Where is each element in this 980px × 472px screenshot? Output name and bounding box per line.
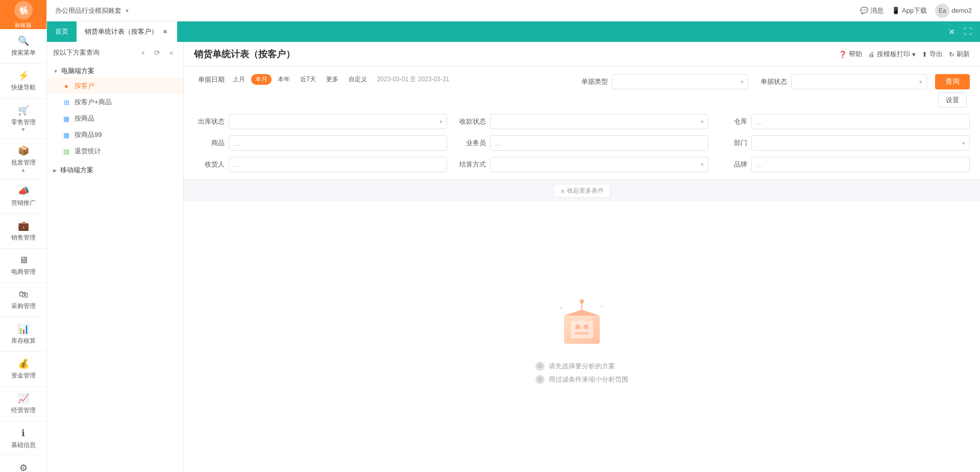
payment-chevron: ▾: [701, 119, 704, 125]
sidebar-item-search[interactable]: 🔍 搜索菜单: [0, 29, 46, 64]
collapse-scheme-btn[interactable]: «: [166, 47, 177, 58]
scheme-item-by-customer-product[interactable]: ⊞ 按客户+商品: [47, 94, 183, 110]
consignee-select[interactable]: …: [229, 157, 447, 172]
warehouse-label: 仓库: [717, 117, 747, 126]
add-scheme-btn[interactable]: +: [137, 47, 149, 58]
mobile-scheme-group: ▶ 移动端方案: [47, 161, 183, 179]
tab-close-btn[interactable]: ✕: [161, 28, 169, 36]
sidebar-item-system[interactable]: ⚙ 系统管理: [0, 456, 46, 472]
header-dropdown[interactable]: ▾: [126, 7, 129, 14]
sidebar-item-search-label: 搜索菜单: [11, 49, 36, 57]
user-info[interactable]: Ea demo2: [935, 4, 972, 18]
user-avatar: Ea: [935, 4, 949, 18]
sidebar-item-quick-nav[interactable]: ⚡ 快捷导航: [0, 64, 46, 99]
tab-home[interactable]: 首页: [47, 21, 77, 42]
brand-value: …: [756, 160, 763, 169]
logo-icon: 畅: [13, 0, 34, 20]
by-customer-product-icon: ⊞: [61, 97, 71, 107]
filter-area: 单据日期 上月 本月 本年 近7天 更多 自定义 2023-03-01 至 20…: [184, 67, 980, 180]
sidebar-item-sales[interactable]: 💼 销售管理: [0, 214, 46, 249]
right-panel: 销货单统计表（按客户） ❓ 帮助 🖨 按模板打印 ▾ ⬆ 导出: [184, 42, 980, 472]
payment-label: 收款状态: [455, 117, 486, 126]
help-btn[interactable]: ❓ 帮助: [839, 50, 862, 59]
date-tab-more[interactable]: 更多: [322, 74, 342, 85]
print-icon: 🖨: [868, 51, 875, 58]
refresh-scheme-btn[interactable]: ⟳: [152, 47, 163, 58]
sidebar-item-finance-label: 资金管理: [11, 371, 36, 380]
scheme-item-by-product99[interactable]: ▦ 按商品99: [47, 127, 183, 143]
salesperson-label: 业务员: [455, 138, 486, 148]
sidebar-item-sales-label: 销售管理: [11, 233, 36, 242]
by-product99-label: 按商品99: [75, 130, 102, 139]
payment-select[interactable]: ▾: [490, 114, 708, 129]
wholesale-icon: 📦: [18, 145, 29, 156]
top-header: 办公用品行业模拟账套 ▾ 💬 消息 📱 App下载 Ea demo2: [47, 0, 980, 21]
collapse-label: 收起更多条件: [567, 186, 604, 195]
consignee-value: …: [233, 160, 240, 169]
order-status-select[interactable]: ▾: [791, 74, 927, 89]
export-label: 导出: [929, 50, 943, 59]
app-download-label: App下载: [902, 6, 927, 15]
brand-select[interactable]: …: [751, 157, 970, 172]
date-tab-last7[interactable]: 近7天: [296, 74, 320, 85]
svg-text:✦: ✦: [600, 303, 604, 309]
settlement-select[interactable]: ▾: [490, 157, 708, 172]
sidebar-item-finance[interactable]: 💰 资金管理: [0, 352, 46, 387]
collapse-bar: ∧ 收起更多条件: [184, 180, 980, 202]
department-select[interactable]: ▾: [751, 135, 970, 151]
tab-sales-stats[interactable]: 销货单统计表（按客户） ✕: [77, 21, 177, 42]
main-content: 办公用品行业模拟账套 ▾ 💬 消息 📱 App下载 Ea demo2 首页: [47, 0, 980, 472]
pc-scheme-group-header[interactable]: ▼ 电脑端方案: [47, 64, 183, 78]
sidebar-item-retail[interactable]: 🛒 零售管理 ▼: [0, 99, 46, 139]
mobile-group-arrow: ▶: [53, 168, 57, 173]
order-type-label: 单据类型: [577, 77, 608, 86]
sidebar-item-ecommerce[interactable]: 🖥 电商管理: [0, 249, 46, 283]
refresh-btn[interactable]: ↻ 刷新: [949, 50, 970, 59]
date-tab-this-month[interactable]: 本月: [251, 74, 272, 85]
message-label: 消息: [870, 6, 884, 15]
svg-marker-3: [564, 310, 600, 316]
export-btn[interactable]: ⬆ 导出: [922, 50, 943, 59]
wholesale-arrow: ▲: [21, 167, 26, 173]
collapse-conditions-btn[interactable]: ∧ 收起更多条件: [554, 184, 610, 198]
empty-tip-1: ① 请先选择要分析的方案: [535, 362, 628, 371]
settings-btn[interactable]: 设置: [938, 92, 967, 108]
mobile-group-label: 移动端方案: [60, 166, 93, 175]
message-btn[interactable]: 💬 消息: [860, 6, 884, 15]
logo[interactable]: 畅 标账版: [0, 0, 47, 29]
product-select[interactable]: …: [229, 135, 447, 151]
query-btn[interactable]: 查询: [935, 74, 970, 89]
salesperson-select[interactable]: …: [490, 135, 708, 151]
app-download-btn[interactable]: 📱 App下载: [892, 6, 927, 15]
tab-bar-close-btn[interactable]: ✕: [945, 26, 958, 38]
svg-rect-5: [571, 321, 593, 338]
empty-state: ✦ ✦ ① 请先选择要分析的方案 ② 用过滤条件来缩小分析范围: [184, 202, 980, 472]
pc-group-label: 电脑端方案: [61, 66, 94, 76]
tip2-num: ②: [535, 375, 545, 384]
warehouse-select[interactable]: …: [751, 114, 970, 129]
tip2-text: 用过滤条件来缩小分析范围: [549, 375, 628, 384]
scheme-item-by-product[interactable]: ▦ 按商品: [47, 110, 183, 127]
mobile-scheme-header[interactable]: ▶ 移动端方案: [47, 163, 183, 177]
sidebar-item-marketing[interactable]: 📣 营销推广: [0, 179, 46, 214]
download-icon: 📱: [892, 7, 900, 14]
tab-bar-maximize-btn[interactable]: ⛶: [962, 26, 974, 38]
sidebar-item-wholesale[interactable]: 📦 批发管理 ▲: [0, 139, 46, 179]
outbound-select[interactable]: ▾: [229, 114, 447, 129]
date-tab-this-year[interactable]: 本年: [274, 74, 294, 85]
date-tab-custom[interactable]: 自定义: [345, 74, 371, 85]
warehouse-value: …: [756, 117, 763, 126]
date-tab-last-month[interactable]: 上月: [229, 74, 249, 85]
sidebar-item-purchase[interactable]: 🛍 采购管理: [0, 283, 46, 317]
sidebar-item-inventory[interactable]: 📊 库存核算: [0, 317, 46, 352]
header-right: 💬 消息 📱 App下载 Ea demo2: [860, 4, 972, 18]
scheme-item-by-customer[interactable]: ● 按客户: [47, 78, 183, 94]
svg-text:✦: ✦: [559, 305, 564, 312]
sidebar-item-operations[interactable]: 📈 经营管理: [0, 387, 46, 421]
sidebar-item-basic-info[interactable]: ℹ 基础信息: [0, 421, 46, 456]
department-chevron: ▾: [962, 140, 965, 147]
order-type-select[interactable]: ▾: [612, 74, 748, 89]
order-status-label: 单据状态: [756, 77, 787, 86]
scheme-item-return-stats[interactable]: ▤ 退货统计: [47, 143, 183, 159]
print-btn[interactable]: 🖨 按模板打印 ▾: [868, 50, 916, 59]
